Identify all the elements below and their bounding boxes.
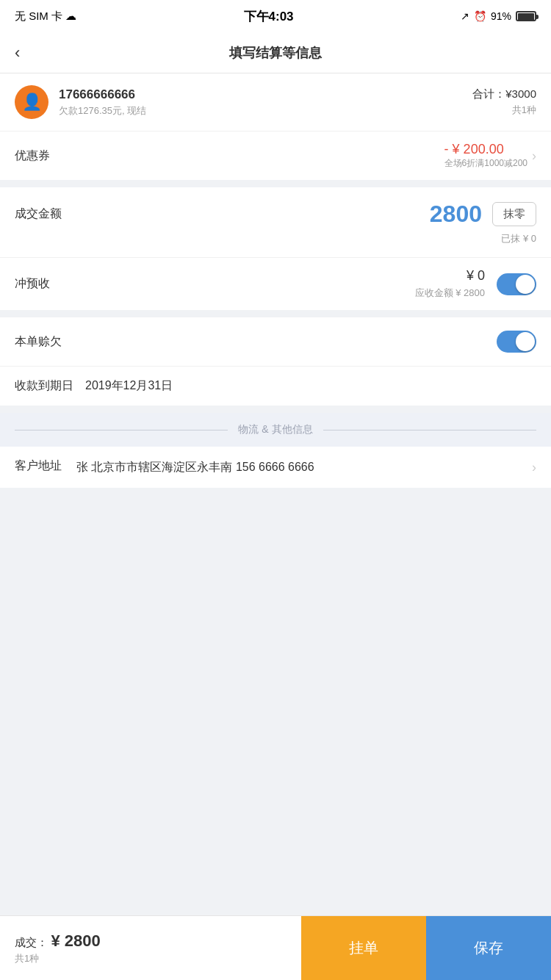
date-row: 收款到期日 2019年12月31日 [0, 366, 551, 406]
sim-text: 无 SIM 卡 ☁ [15, 10, 76, 24]
user-phone: 17666666666 [59, 87, 146, 102]
address-key: 客户地址 [15, 458, 62, 474]
amount-label: 成交金额 [15, 206, 62, 222]
hang-button[interactable]: 挂单 [301, 916, 426, 980]
battery-percent: 91% [491, 10, 511, 22]
alarm-icon: ⏰ [474, 10, 486, 22]
page-title: 填写结算等信息 [229, 44, 322, 62]
back-button[interactable]: ‹ [15, 43, 20, 62]
user-row: 👤 17666666666 欠款1276.35元, 现结 合计：¥3000 共1… [0, 73, 551, 131]
amount-value: 2800 [430, 201, 482, 228]
user-sub: 欠款1276.35元, 现结 [59, 104, 146, 118]
user-coupon-section: 👤 17666666666 欠款1276.35元, 现结 合计：¥3000 共1… [0, 73, 551, 180]
bottom-bar: 成交： ¥ 2800 共1种 挂单 保存 [0, 915, 551, 980]
prepay-sub: 应收金额 ¥ 2800 [415, 287, 485, 300]
bottom-count: 共1种 [15, 952, 287, 965]
address-value: 张 北京市市辖区海淀区永丰南 156 6666 6666 [76, 458, 532, 476]
logistics-line-right [323, 430, 536, 430]
logistics-line-left [15, 430, 228, 430]
avatar: 👤 [15, 85, 48, 119]
status-bar: 无 SIM 卡 ☁ 下午4:03 ↗ ⏰ 91% [0, 0, 551, 32]
coupon-chevron-icon: › [532, 148, 536, 164]
amount-row: 成交金额 2800 抹零 [0, 187, 551, 232]
logistics-header: 物流 & 其他信息 [0, 413, 551, 447]
due-date-label: 收款到期日 [15, 378, 73, 394]
status-left: 无 SIM 卡 ☁ [15, 10, 76, 24]
amount-sub: 已抹 ¥ 0 [0, 232, 551, 257]
bottom-actions: 挂单 保存 [301, 916, 551, 980]
prepay-amount: ¥ 0 [467, 268, 485, 284]
prepay-label: 冲预收 [15, 276, 50, 292]
status-right: ↗ ⏰ 91% [461, 10, 536, 22]
total-label: 合计：¥3000 [472, 87, 536, 101]
prepay-row: 冲预收 ¥ 0 应收金额 ¥ 2800 [0, 257, 551, 310]
save-button[interactable]: 保存 [426, 916, 551, 980]
content: 👤 17666666666 欠款1276.35元, 现结 合计：¥3000 共1… [0, 73, 551, 649]
coupon-discount: - ¥ 200.00 [444, 142, 527, 157]
total-count: 共1种 [472, 104, 536, 117]
bottom-amount: ¥ 2800 [51, 932, 100, 950]
avatar-icon: 👤 [22, 93, 42, 112]
debt-row: 本单赊欠 [0, 317, 551, 366]
address-row[interactable]: 客户地址 张 北京市市辖区海淀区永丰南 156 6666 6666 › [0, 447, 551, 488]
debt-label: 本单赊欠 [15, 334, 62, 350]
prepay-right: ¥ 0 应收金额 ¥ 2800 [415, 268, 485, 300]
address-section: 客户地址 张 北京市市辖区海淀区永丰南 156 6666 6666 › [0, 447, 551, 488]
gray-area [0, 495, 551, 583]
coupon-desc: 全场6折满1000减200 [444, 157, 527, 170]
bottom-deal-label: 成交： [15, 936, 48, 948]
due-date-value: 2019年12月31日 [85, 378, 173, 394]
user-left: 👤 17666666666 欠款1276.35元, 现结 [15, 85, 146, 119]
address-chevron-icon: › [532, 460, 536, 475]
coupon-label: 优惠券 [15, 148, 50, 164]
coupon-row[interactable]: 优惠券 - ¥ 200.00 全场6折满1000减200 › [0, 131, 551, 180]
user-right: 合计：¥3000 共1种 [472, 87, 536, 117]
bottom-deal-row: 成交： ¥ 2800 [15, 932, 287, 951]
debt-section: 本单赊欠 收款到期日 2019年12月31日 [0, 317, 551, 406]
battery-bar [516, 11, 536, 21]
round-button[interactable]: 抹零 [492, 202, 536, 226]
nav-bar: ‹ 填写结算等信息 [0, 32, 551, 73]
status-time: 下午4:03 [244, 8, 294, 25]
transaction-section: 成交金额 2800 抹零 已抹 ¥ 0 冲预收 ¥ 0 应收金额 ¥ 2800 [0, 187, 551, 310]
location-icon: ↗ [461, 10, 469, 22]
debt-toggle[interactable] [497, 331, 536, 353]
prepay-toggle[interactable] [497, 273, 536, 295]
logistics-label: 物流 & 其他信息 [238, 423, 312, 436]
bottom-summary: 成交： ¥ 2800 共1种 [0, 932, 301, 965]
user-info-text: 17666666666 欠款1276.35元, 现结 [59, 87, 146, 118]
prepay-right-container: ¥ 0 应收金额 ¥ 2800 [415, 268, 536, 300]
coupon-right: - ¥ 200.00 全场6折满1000减200 › [444, 142, 536, 170]
amount-right: 2800 抹零 [430, 201, 536, 228]
